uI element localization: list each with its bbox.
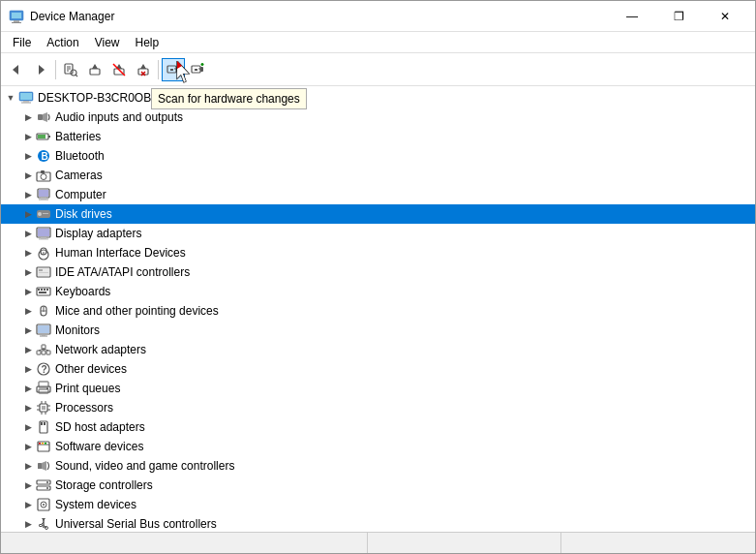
ide-icon (36, 264, 51, 280)
usb-expander[interactable]: ▶ (20, 516, 36, 532)
svg-point-46 (41, 174, 46, 180)
minimize-button[interactable]: — (610, 3, 654, 30)
maximize-button[interactable]: ❐ (656, 3, 701, 30)
forward-button[interactable] (29, 58, 52, 81)
tree-item-hid[interactable]: ▶ Human Interface Devices (1, 243, 755, 262)
mice-expander[interactable]: ▶ (20, 303, 36, 319)
tree-item-usb[interactable]: ▶ Universal Serial Bus controllers (1, 514, 755, 532)
tree-root[interactable]: ▼ DESKTOP-B3CR0OB (1, 88, 755, 108)
svg-rect-50 (41, 198, 46, 200)
title-bar-controls: — ❐ ✕ (610, 3, 747, 30)
tree-item-disk[interactable]: ▶ Disk drives (1, 204, 755, 224)
svg-rect-77 (42, 334, 45, 336)
keyboards-expander[interactable]: ▶ (20, 284, 36, 299)
tree-item-audio[interactable]: ▶ Audio inputs and outputs (1, 108, 755, 127)
menu-help[interactable]: Help (128, 32, 167, 53)
tree-item-sdhost[interactable]: ▶ SD host adapters (1, 417, 755, 437)
root-expander[interactable]: ▼ (3, 90, 18, 106)
software-expander[interactable]: ▶ (20, 439, 36, 454)
tree-item-batteries[interactable]: ▶ Batteries (1, 127, 755, 146)
svg-point-53 (38, 212, 42, 216)
display-expander[interactable]: ▶ (20, 226, 36, 241)
back-button[interactable] (5, 58, 28, 81)
tree-item-ide[interactable]: ▶ IDE ATA/ATAPI controllers (1, 262, 755, 282)
svg-marker-18 (140, 64, 146, 69)
audio-expander[interactable]: ▶ (20, 109, 36, 125)
system-expander[interactable]: ▶ (20, 497, 36, 512)
cameras-expander[interactable]: ▶ (20, 168, 36, 183)
menu-action[interactable]: Action (39, 32, 86, 53)
keyboards-label: Keyboards (55, 285, 110, 298)
svg-rect-38 (38, 114, 43, 120)
svg-marker-111 (42, 461, 46, 471)
title-bar-text: Device Manager (30, 10, 114, 23)
computer-expander[interactable]: ▶ (20, 187, 36, 202)
other-expander[interactable]: ▶ (20, 361, 36, 377)
root-label: DESKTOP-B3CR0OB (38, 91, 151, 105)
update-driver-button[interactable] (83, 58, 106, 81)
cameras-label: Cameras (55, 169, 103, 182)
tree-item-cameras[interactable]: ▶ Cameras (1, 166, 755, 185)
svg-rect-23 (176, 67, 179, 72)
svg-rect-109 (45, 443, 46, 445)
svg-rect-107 (39, 443, 41, 445)
computer-node-icon (36, 187, 51, 202)
monitor-icon (36, 323, 51, 338)
tree-item-print[interactable]: ▶ Print queues (1, 379, 755, 398)
device-tree[interactable]: ▼ DESKTOP-B3CR0OB ▶ (1, 86, 755, 532)
tree-item-storage[interactable]: ▶ Storage controllers (1, 476, 755, 495)
storage-expander[interactable]: ▶ (20, 477, 36, 493)
print-expander[interactable]: ▶ (20, 381, 36, 396)
batteries-expander[interactable]: ▶ (20, 129, 36, 144)
svg-rect-81 (46, 351, 50, 354)
svg-rect-26 (195, 69, 197, 71)
svg-rect-27 (200, 67, 203, 72)
disable-button[interactable] (107, 58, 131, 81)
tree-item-software[interactable]: ▶ Software devices (1, 437, 755, 456)
svg-text:?: ? (42, 364, 47, 375)
tree-item-mice[interactable]: ▶ Mice and other pointing devices (1, 301, 755, 321)
svg-rect-103 (41, 422, 43, 425)
tree-item-display[interactable]: ▶ Display adapters (1, 224, 755, 243)
usb-icon (36, 516, 51, 532)
keyboard-icon (36, 284, 51, 299)
disk-expander[interactable]: ▶ (20, 206, 36, 222)
tree-item-sound[interactable]: ▶ Sound, video and game controllers (1, 456, 755, 476)
tree-item-monitors[interactable]: ▶ Monitors (1, 321, 755, 340)
svg-rect-3 (12, 22, 21, 23)
svg-point-115 (46, 487, 48, 489)
svg-rect-108 (42, 443, 44, 445)
close-button[interactable]: ✕ (703, 3, 747, 30)
title-bar: Device Manager — ❐ ✕ (1, 1, 755, 32)
add-hardware-button[interactable] (186, 58, 209, 81)
menu-view[interactable]: View (87, 32, 128, 53)
disk-icon (36, 206, 51, 222)
tree-item-bluetooth[interactable]: ▶ B Bluetooth (1, 146, 755, 166)
hid-expander[interactable]: ▶ (20, 245, 36, 261)
svg-marker-5 (39, 65, 45, 75)
scan-hardware-button[interactable] (162, 58, 185, 81)
ide-expander[interactable]: ▶ (20, 264, 36, 280)
sound-expander[interactable]: ▶ (20, 458, 36, 474)
svg-text:B: B (42, 151, 48, 162)
tree-item-computer[interactable]: ▶ Computer (1, 185, 755, 204)
menu-file[interactable]: File (5, 32, 39, 53)
svg-rect-68 (41, 289, 43, 291)
processors-expander[interactable]: ▶ (20, 400, 36, 416)
properties-button[interactable] (59, 58, 82, 81)
tree-item-keyboards[interactable]: ▶ Keyboards (1, 282, 755, 301)
bluetooth-expander[interactable]: ▶ (20, 148, 36, 164)
tree-item-processors[interactable]: ▶ Processors (1, 398, 755, 417)
tree-item-network[interactable]: ▶ Network adapters (1, 340, 755, 359)
status-segment-1 (1, 533, 368, 553)
svg-rect-35 (20, 93, 32, 100)
title-bar-left: Device Manager (9, 9, 114, 24)
svg-rect-123 (40, 525, 43, 527)
tree-item-other[interactable]: ▶ ? Other devices (1, 359, 755, 379)
uninstall-button[interactable] (132, 58, 155, 81)
tree-item-system[interactable]: ▶ System devices (1, 495, 755, 514)
sdhost-expander[interactable]: ▶ (20, 419, 36, 435)
storage-label: Storage controllers (55, 478, 153, 492)
monitors-expander[interactable]: ▶ (20, 323, 36, 338)
network-expander[interactable]: ▶ (20, 342, 36, 357)
